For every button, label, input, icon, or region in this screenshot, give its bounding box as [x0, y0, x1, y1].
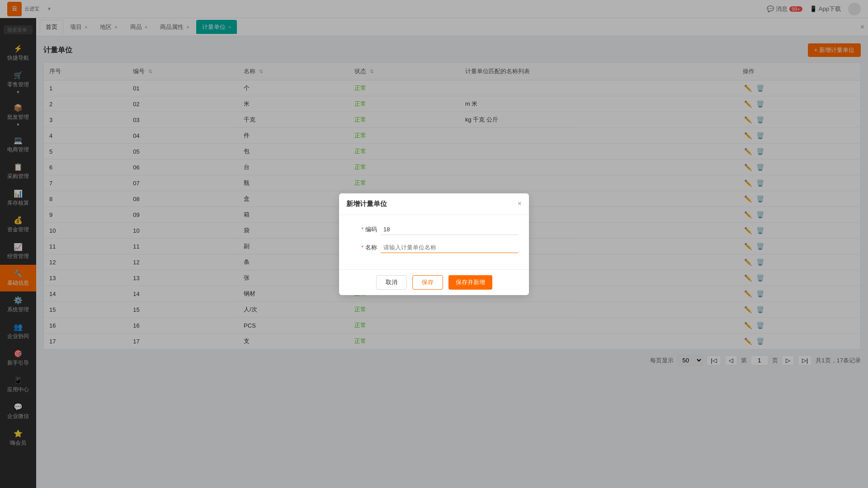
modal-footer: 取消 保存 保存并新增 — [339, 269, 529, 295]
name-required-star: * — [361, 244, 363, 251]
save-continue-button[interactable]: 保存并新增 — [448, 275, 492, 290]
modal-close-button[interactable]: × — [518, 200, 522, 208]
form-name-label: * 名称 — [350, 244, 377, 252]
modal-overlay[interactable]: 新增计量单位 × * 编码 * 名称 取消 保存 保存并新增 — [0, 0, 868, 488]
form-code-label: * 编码 — [350, 225, 377, 234]
form-row-code: * 编码 — [350, 224, 518, 235]
form-row-name: * 名称 — [350, 242, 518, 253]
save-button[interactable]: 保存 — [412, 275, 443, 290]
code-required-star: * — [361, 226, 363, 233]
modal-add-measure-unit: 新增计量单位 × * 编码 * 名称 取消 保存 保存并新增 — [339, 193, 529, 295]
modal-title: 新增计量单位 — [346, 200, 387, 208]
modal-body: * 编码 * 名称 — [339, 215, 529, 269]
code-input[interactable] — [381, 224, 518, 235]
cancel-button[interactable]: 取消 — [376, 275, 407, 290]
modal-header: 新增计量单位 × — [339, 193, 529, 215]
name-input[interactable] — [381, 242, 518, 253]
